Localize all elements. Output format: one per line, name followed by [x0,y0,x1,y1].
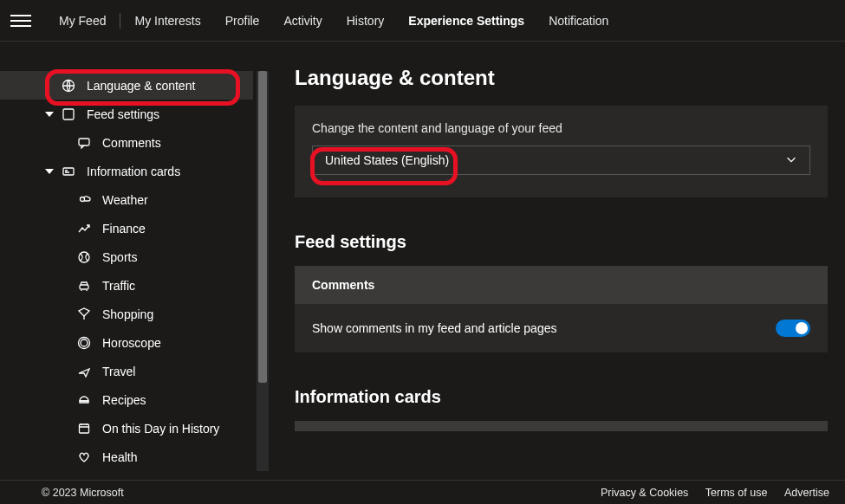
comments-toggle[interactable] [776,320,810,337]
comments-subhead: Comments [295,266,828,304]
nav-divider [120,13,120,29]
sidebar-label: Traffic [102,279,135,293]
svg-point-4 [81,197,85,201]
health-icon [76,449,92,465]
sidebar-item-language-content[interactable]: Language & content [0,71,253,100]
sidebar-item-shopping[interactable]: Shopping [0,300,253,328]
sidebar-item-health[interactable]: Health [0,443,253,471]
sidebar-item-sports[interactable]: Sports [0,242,253,271]
sidebar-scrollbar[interactable] [257,71,269,471]
weather-icon [76,192,92,208]
caret-down-icon [45,169,54,174]
sidebar-label: Shopping [102,307,153,321]
sidebar-item-information-cards[interactable]: Information cards [0,157,253,185]
finance-icon [76,221,92,236]
hamburger-icon[interactable] [10,10,31,31]
sidebar-label: Sports [102,250,137,264]
heading-information-cards: Information cards [295,387,828,407]
footer-link-advertise[interactable]: Advertise [784,487,829,499]
cards-icon [61,164,76,179]
nav-notification[interactable]: Notification [536,14,621,28]
nav-my-feed[interactable]: My Feed [47,14,118,28]
sidebar-item-on-this-day[interactable]: On this Day in History [0,414,253,443]
nav-history[interactable]: History [335,14,397,28]
footer: © 2023 Microsoft Privacy & Cookies Terms… [0,480,845,504]
sidebar-item-recipes[interactable]: Recipes [0,385,253,414]
sidebar-label: Health [102,450,137,464]
scrollbar-thumb[interactable] [258,71,267,383]
calendar-icon [76,421,92,436]
sidebar-item-weather[interactable]: Weather [0,185,253,214]
nav-my-interests[interactable]: My Interests [122,14,212,28]
sidebar-label: Comments [102,136,161,150]
nav-activity[interactable]: Activity [271,14,334,28]
sidebar-item-travel[interactable]: Travel [0,357,253,385]
sidebar: Language & content Feed settings Comment… [0,42,269,480]
heading-language-content: Language & content [295,66,828,90]
footer-link-privacy[interactable]: Privacy & Cookies [601,487,688,499]
heading-feed-settings: Feed settings [295,232,828,252]
caret-down-icon [45,112,54,117]
globe-icon [61,78,76,94]
svg-rect-1 [63,109,74,120]
svg-point-5 [79,252,89,262]
svg-rect-9 [80,424,89,433]
comments-card: Comments Show comments in my feed and ar… [295,266,828,352]
language-dropdown[interactable]: United States (English) [312,145,810,175]
svg-point-7 [81,339,88,346]
travel-icon [76,364,92,379]
sidebar-label: Recipes [102,393,146,407]
footer-copyright: © 2023 Microsoft [42,487,124,499]
sports-icon [76,249,92,265]
top-nav: My Feed My Interests Profile Activity Hi… [0,0,845,42]
svg-rect-2 [79,139,89,145]
sidebar-label: Language & content [87,79,195,93]
comment-icon [76,135,92,151]
nav-profile[interactable]: Profile [213,14,272,28]
main-content: Language & content Change the content an… [269,42,845,480]
recipes-icon [76,392,92,408]
nav-experience-settings[interactable]: Experience Settings [396,14,536,28]
svg-rect-3 [63,168,74,175]
traffic-icon [76,278,92,294]
sidebar-item-horoscope[interactable]: Horoscope [0,328,253,357]
comments-toggle-label: Show comments in my feed and article pag… [312,321,556,335]
sidebar-item-feed-settings[interactable]: Feed settings [0,100,253,128]
sidebar-label: Feed settings [87,107,159,121]
information-cards-card [295,421,828,431]
sidebar-label: Finance [102,222,146,236]
footer-link-terms[interactable]: Terms of use [705,487,768,499]
layout-icon [61,107,76,122]
sidebar-item-traffic[interactable]: Traffic [0,271,253,300]
language-card: Change the content and language of your … [295,106,828,197]
sidebar-label: On this Day in History [102,422,219,436]
sidebar-item-comments[interactable]: Comments [0,128,253,157]
sidebar-label: Horoscope [102,336,161,350]
svg-rect-6 [80,285,88,289]
sidebar-label: Travel [102,365,135,378]
shopping-icon [76,307,92,322]
chevron-down-icon [785,153,797,168]
sidebar-label: Weather [102,193,148,207]
language-hint: Change the content and language of your … [312,121,810,135]
sidebar-item-finance[interactable]: Finance [0,214,253,242]
horoscope-icon [76,335,92,351]
sidebar-label: Information cards [87,165,180,178]
language-dropdown-value: United States (English) [325,153,449,167]
